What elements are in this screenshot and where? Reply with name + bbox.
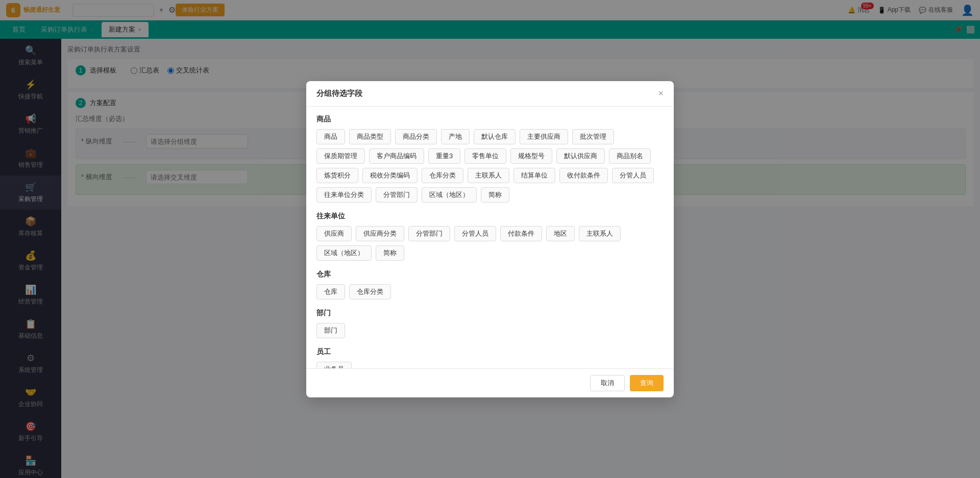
- section-partner: 往来单位 供应商 供应商分类 分管部门 分管人员 付款条件 地区 主联系人 区域…: [316, 212, 664, 261]
- section-dept: 部门 部门: [316, 309, 664, 338]
- field-tag[interactable]: 商品: [316, 129, 345, 144]
- field-tag[interactable]: 商品类型: [349, 129, 391, 144]
- field-tag[interactable]: 产地: [441, 129, 470, 144]
- field-tag[interactable]: 简称: [481, 187, 509, 203]
- field-tag[interactable]: 保质期管理: [316, 148, 365, 164]
- cancel-button[interactable]: 取消: [590, 375, 625, 391]
- field-tag[interactable]: 结算单位: [513, 168, 555, 183]
- field-tag[interactable]: 主联系人: [579, 226, 621, 241]
- field-tag[interactable]: 供应商: [316, 226, 352, 241]
- field-tag[interactable]: 分管部门: [376, 187, 418, 203]
- modal-body: 商品 商品 商品类型 商品分类 产地 默认仓库 主要供应商 批次管理 保质期管理…: [306, 107, 674, 368]
- field-tag[interactable]: 零售单位: [464, 148, 506, 164]
- field-tag[interactable]: 默认仓库: [474, 129, 516, 144]
- confirm-button[interactable]: 查询: [630, 375, 664, 391]
- field-tag[interactable]: 区域（地区）: [422, 187, 477, 203]
- modal-header: 分组待选字段 ×: [306, 81, 674, 107]
- section-employee-title: 员工: [316, 347, 664, 357]
- section-goods-title: 商品: [316, 115, 664, 124]
- field-tag[interactable]: 商品别名: [609, 148, 651, 164]
- modal-close-button[interactable]: ×: [658, 88, 664, 99]
- section-dept-title: 部门: [316, 309, 664, 318]
- goods-field-tags: 商品 商品类型 商品分类 产地 默认仓库 主要供应商 批次管理 保质期管理 客户…: [316, 129, 664, 203]
- field-tag[interactable]: 炼货积分: [316, 168, 358, 183]
- field-tag[interactable]: 收付款条件: [559, 168, 608, 183]
- employee-field-tags: 业务员: [316, 362, 664, 368]
- section-employee: 员工 业务员: [316, 347, 664, 368]
- field-tag[interactable]: 分管部门: [408, 226, 450, 241]
- field-tag[interactable]: 付款条件: [500, 226, 542, 241]
- field-tag[interactable]: 主联系人: [468, 168, 509, 183]
- field-tag[interactable]: 分管人员: [612, 168, 654, 183]
- field-tag[interactable]: 业务员: [316, 362, 352, 368]
- field-tag[interactable]: 默认供应商: [556, 148, 605, 164]
- field-tag[interactable]: 客户商品编码: [369, 148, 424, 164]
- section-partner-title: 往来单位: [316, 212, 664, 221]
- field-tag[interactable]: 部门: [316, 323, 345, 338]
- field-tag[interactable]: 分管人员: [454, 226, 496, 241]
- field-tag[interactable]: 主要供应商: [520, 129, 568, 144]
- field-tag[interactable]: 规格型号: [510, 148, 552, 164]
- field-tag[interactable]: 供应商分类: [356, 226, 404, 241]
- field-tag[interactable]: 区域（地区）: [316, 245, 372, 261]
- field-select-modal: 分组待选字段 × 商品 商品 商品类型 商品分类 产地 默认仓库 主要供应商 批…: [306, 81, 674, 397]
- section-warehouse-title: 仓库: [316, 270, 664, 279]
- dept-field-tags: 部门: [316, 323, 664, 338]
- field-tag[interactable]: 地区: [546, 226, 575, 241]
- modal-footer: 取消 查询: [306, 368, 674, 397]
- modal-title: 分组待选字段: [316, 89, 362, 98]
- field-tag[interactable]: 重量3: [428, 148, 460, 164]
- field-tag[interactable]: 简称: [376, 245, 404, 261]
- warehouse-field-tags: 仓库 仓库分类: [316, 284, 664, 299]
- field-tag[interactable]: 仓库分类: [422, 168, 463, 183]
- partner-field-tags: 供应商 供应商分类 分管部门 分管人员 付款条件 地区 主联系人 区域（地区） …: [316, 226, 664, 261]
- field-tag[interactable]: 仓库分类: [349, 284, 391, 299]
- field-tag[interactable]: 仓库: [316, 284, 345, 299]
- field-tag[interactable]: 批次管理: [572, 129, 614, 144]
- field-tag[interactable]: 往来单位分类: [316, 187, 372, 203]
- section-warehouse: 仓库 仓库 仓库分类: [316, 270, 664, 299]
- field-tag[interactable]: 商品分类: [395, 129, 437, 144]
- section-goods: 商品 商品 商品类型 商品分类 产地 默认仓库 主要供应商 批次管理 保质期管理…: [316, 115, 664, 203]
- field-tag[interactable]: 税收分类编码: [362, 168, 418, 183]
